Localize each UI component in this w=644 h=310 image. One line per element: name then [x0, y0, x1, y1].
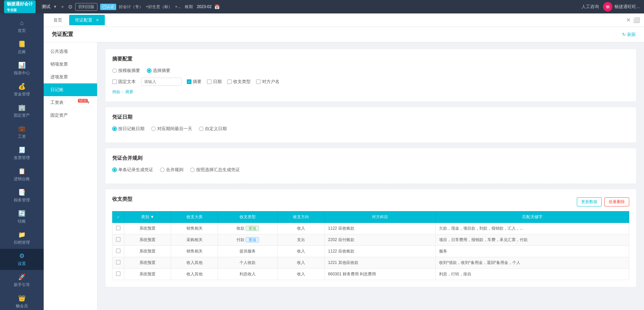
- voucher-date-section: 凭证日期 按日记账日期 对应期间最后一天 自定义日期: [105, 107, 636, 143]
- checkbox-date[interactable]: 日期: [207, 79, 222, 85]
- sidebar-item-guide[interactable]: 🚀 新手引导: [0, 270, 44, 291]
- app-logo: 畅捷通好会计专业版: [4, 0, 36, 13]
- left-nav-payroll[interactable]: 工资表 NEW ▼: [44, 96, 97, 109]
- sidebar-item-tax[interactable]: 📑 税务管理: [0, 185, 44, 206]
- row-check-box[interactable]: [116, 226, 121, 230]
- row-sub-type-2: 提供服务: [218, 246, 277, 257]
- topbar-gear-icon[interactable]: ⚙: [68, 4, 73, 10]
- window-close-icon[interactable]: ✕: [626, 17, 631, 23]
- checkbox-income-type[interactable]: 收支类型: [227, 79, 251, 85]
- row-category-1: 系统预置: [124, 234, 171, 246]
- radio-merge-rule[interactable]: 合并规则: [160, 167, 183, 173]
- topbar-plus-icon[interactable]: ＋: [60, 3, 65, 10]
- income-expense-table: ✓ 类别 ▼ 收支大类 收支类型 收支方向 对方科目 匹配关键字: [112, 211, 629, 280]
- table-header-row: 收支类型 更新数据 批量删除: [112, 196, 629, 208]
- row-checkbox-3[interactable]: [113, 257, 124, 269]
- sidebar-item-home[interactable]: ⌂ 首页: [0, 16, 44, 37]
- new-badge: NEW: [78, 99, 88, 103]
- radio-circle-journal: [112, 126, 117, 131]
- left-nav-fixed-assets[interactable]: 固定资产: [44, 109, 97, 122]
- radio-journal-date[interactable]: 按日记账日期: [112, 126, 144, 132]
- fixed-text-input[interactable]: [141, 78, 181, 86]
- reports-icon: 📊: [18, 62, 26, 69]
- window-maximize-icon[interactable]: ⬜: [633, 17, 640, 23]
- sidebar-item-ledger[interactable]: 📒 总账: [0, 37, 44, 58]
- radio-custom-date[interactable]: 自定义日期: [199, 126, 227, 132]
- summary-config-section: 摘要配置 按模板摘要 选择摘要: [105, 49, 636, 102]
- direction-tag-1[interactable]: 置顶: [246, 237, 259, 242]
- switch-version-button[interactable]: 切到旧版: [75, 3, 97, 11]
- tab-close-icon[interactable]: ✕: [96, 18, 99, 23]
- row-category-3: 系统预置: [124, 257, 171, 269]
- sidebar-item-finance[interactable]: 💰 资金管理: [0, 79, 44, 101]
- left-nav-purchase-invoice[interactable]: 进项发票: [44, 71, 97, 83]
- ledger-icon: 📒: [18, 40, 26, 48]
- radio-circle-checked: [147, 68, 152, 73]
- direction-tag-0[interactable]: 置顶: [246, 226, 259, 231]
- topbar-title: 测试: [42, 4, 50, 10]
- tab-home[interactable]: 首页: [48, 15, 68, 25]
- radio-circle-period: [151, 126, 156, 131]
- sidebar-item-invoices[interactable]: 🧾 发票管理: [0, 143, 44, 164]
- merge-rules-radio-group: 单条记录生成凭证 合并规则 按照选择汇总生成凭证: [112, 167, 629, 173]
- tab-voucher-config[interactable]: 凭证配置 ✕: [69, 15, 105, 25]
- select-all-checkbox[interactable]: ✓: [116, 215, 121, 220]
- sidebar-item-payroll[interactable]: 💼 工资: [0, 122, 44, 143]
- summary-radio-group: 按模板摘要 选择摘要: [112, 68, 629, 74]
- sidebar-item-reports[interactable]: 📊 报表中心: [0, 58, 44, 79]
- row-direction-0: 收入: [278, 223, 325, 234]
- sidebar-item-member[interactable]: 👑 畅会员: [0, 291, 44, 310]
- row-check-box[interactable]: [116, 260, 121, 265]
- left-nav-public[interactable]: 公共选项: [44, 45, 97, 58]
- sidebar-item-settings[interactable]: ⚙ 设置: [0, 249, 44, 270]
- row-checkbox-0[interactable]: [113, 223, 124, 234]
- row-sub-type-1: 付款 置顶: [218, 234, 277, 246]
- row-checkbox-4[interactable]: [113, 269, 124, 280]
- avatar: 畅: [603, 2, 612, 11]
- window-controls: ✕ ⬜: [626, 17, 640, 23]
- summary-example: 例如： 摘要: [112, 89, 629, 95]
- checkbox-box-date: [207, 79, 212, 84]
- sidebar-item-assets[interactable]: 🏢 固定资产: [0, 101, 44, 122]
- batch-delete-button[interactable]: 批量删除: [604, 197, 629, 206]
- refresh-button[interactable]: ↻ 刷新: [622, 32, 636, 38]
- table-row: 系统预置 采购相关 付款 置顶 支出 2202 应付账款 项目，日常费用，报销款…: [113, 234, 629, 246]
- row-account-1: 2202 应付账款: [325, 234, 436, 246]
- user-info[interactable]: 畅 畅捷通旺旺...: [603, 2, 640, 11]
- sidebar-item-archive[interactable]: 📁 归档管理: [0, 228, 44, 249]
- row-check-box[interactable]: [116, 248, 121, 253]
- guide-icon: 🚀: [18, 273, 26, 281]
- row-account-2: 1122 应收账款: [325, 246, 436, 257]
- refresh-icon: ↻: [622, 32, 626, 37]
- row-sub-type-3: 个人收款: [218, 257, 277, 269]
- service-button[interactable]: 人工咨询: [582, 4, 599, 10]
- checkbox-box: [112, 79, 117, 84]
- checkbox-fixed-text[interactable]: 固定文本: [112, 79, 136, 85]
- sidebar-item-close[interactable]: 🔄 结账: [0, 206, 44, 228]
- certified-badge: 已认证: [100, 4, 116, 10]
- update-data-button[interactable]: 更新数据: [577, 197, 602, 206]
- row-check-box[interactable]: [116, 271, 121, 276]
- radio-circle: [112, 68, 117, 73]
- checkbox-counterparty[interactable]: 对方户名: [256, 79, 280, 85]
- row-check-box[interactable]: [116, 237, 121, 242]
- row-checkbox-1[interactable]: [113, 234, 124, 246]
- left-nav-sales-invoice[interactable]: 销项发票: [44, 58, 97, 71]
- radio-template-summary[interactable]: 按模板摘要: [112, 68, 140, 74]
- radio-summary-generate[interactable]: 按照选择汇总生成凭证: [190, 167, 240, 173]
- checkbox-summary[interactable]: ✓ 摘要: [187, 79, 202, 85]
- radio-select-summary[interactable]: 选择摘要: [147, 68, 170, 74]
- radio-single-record[interactable]: 单条记录生成凭证: [112, 167, 153, 173]
- row-main-type-0: 销售相关: [171, 223, 218, 234]
- payroll-icon: 💼: [18, 125, 26, 132]
- table-row: 系统预置 销售相关 收款 置顶 收入 1122 应收账款 欠款，现金，项目款，到…: [113, 223, 629, 234]
- th-category: 类别 ▼: [124, 211, 171, 223]
- calendar-icon[interactable]: 📅: [214, 4, 220, 9]
- page-title: 凭证配置: [52, 31, 73, 38]
- left-nav-journal[interactable]: 日记账: [44, 83, 97, 96]
- close-period-icon: 🔄: [18, 210, 26, 217]
- sidebar-item-sales[interactable]: 📋 进销台账: [0, 164, 44, 185]
- row-checkbox-2[interactable]: [113, 246, 124, 257]
- tag3: +...: [175, 4, 181, 9]
- radio-period-last-day[interactable]: 对应期间最后一天: [151, 126, 192, 132]
